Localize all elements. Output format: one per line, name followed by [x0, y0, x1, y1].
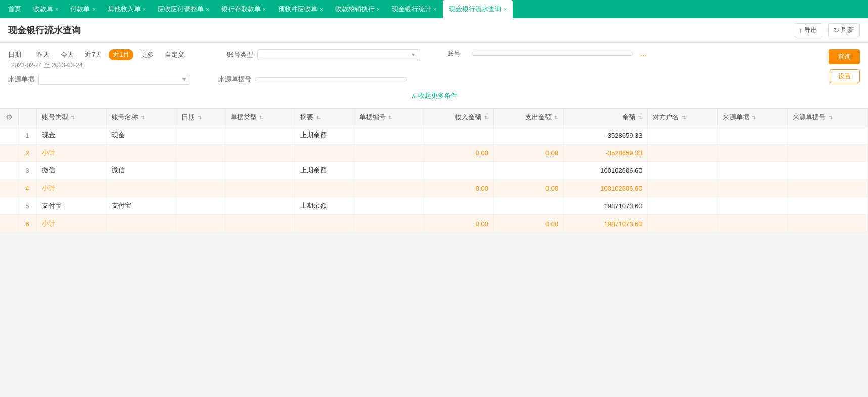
chevron-down-icon: ▾: [412, 51, 415, 58]
close-icon[interactable]: ×: [143, 6, 146, 12]
col-source-doc-no[interactable]: 来源单据号 ⇅: [787, 109, 867, 126]
source-doc-select[interactable]: ▾: [38, 74, 190, 85]
close-icon[interactable]: ×: [55, 6, 58, 12]
export-button[interactable]: ↑ 导出: [794, 23, 824, 37]
cell-gear: [0, 144, 18, 162]
refresh-icon: ↻: [834, 27, 839, 34]
cell-summary: 上期余额: [295, 126, 354, 144]
cell-expense: 0.00: [494, 144, 564, 162]
nav-write-off[interactable]: 收款核销执行 ×: [329, 0, 386, 18]
col-doc-no[interactable]: 单据编号 ⇅: [354, 109, 424, 126]
cell-source-doc-no: [787, 180, 867, 197]
col-doc-type[interactable]: 单据类型 ⇅: [225, 109, 295, 126]
cell-expense: [494, 197, 564, 215]
cell-num: 2: [18, 144, 36, 162]
date-opt-1month[interactable]: 近1月: [109, 49, 133, 60]
data-table-wrap: ⚙ 账号类型 ⇅ 账号名称 ⇅ 日期 ⇅ 单据类型 ⇅: [0, 109, 868, 233]
close-icon[interactable]: ×: [377, 6, 380, 12]
col-account-type[interactable]: 账号类型 ⇅: [36, 109, 106, 126]
cell-counterparty: [648, 144, 717, 162]
nav-bank-flow[interactable]: 现金银行流水查询 ×: [443, 0, 513, 18]
col-expense[interactable]: 支出金额 ⇅: [494, 109, 564, 126]
col-source-doc[interactable]: 来源单据 ⇅: [717, 109, 787, 126]
date-opt-more[interactable]: 更多: [136, 49, 158, 60]
close-icon[interactable]: ×: [433, 6, 436, 12]
export-icon: ↑: [799, 27, 803, 34]
col-counterparty[interactable]: 对方户名 ⇅: [648, 109, 717, 126]
nav-bank-deposit[interactable]: 银行存取款单 ×: [215, 0, 272, 18]
col-balance[interactable]: 余额 ⇅: [564, 109, 648, 126]
date-opt-yesterday[interactable]: 昨天: [32, 49, 54, 60]
cell-doc-no: [354, 180, 424, 197]
col-date[interactable]: 日期 ⇅: [176, 109, 225, 126]
date-label: 日期: [8, 50, 28, 59]
cell-doc-type: [225, 144, 295, 162]
cell-source-doc-no: [787, 215, 867, 233]
date-options: 昨天 今天 近7天 近1月 更多 自定义: [32, 49, 189, 60]
header-actions: ↑ 导出 ↻ 刷新: [794, 23, 860, 37]
cell-account-name: [106, 180, 176, 197]
collapse-bar[interactable]: ∧ 收起更多条件: [8, 89, 860, 102]
nav-other-income[interactable]: 其他收入单 ×: [102, 0, 152, 18]
refresh-button[interactable]: ↻ 刷新: [828, 23, 860, 37]
nav-bank-stats[interactable]: 现金银行统计 ×: [386, 0, 442, 18]
filter-area: 日期 昨天 今天 近7天 近1月 更多 自定义 2023-02-24 至 202…: [0, 43, 868, 109]
account-label: 账号: [447, 49, 468, 58]
cell-account-type: 支付宝: [36, 197, 106, 215]
cell-income: 0.00: [424, 144, 493, 162]
chevron-down-icon2: ▾: [182, 76, 186, 83]
cell-num: 6: [18, 215, 36, 233]
table-row: 4小计0.000.00100102606.60: [0, 180, 868, 197]
cell-balance: 19871073.60: [564, 197, 648, 215]
date-opt-7days[interactable]: 近7天: [81, 49, 106, 60]
cell-gear: [0, 197, 18, 215]
cell-source-doc-no: [787, 144, 867, 162]
table-row: 3微信微信上期余额100102606.60: [0, 162, 868, 180]
col-income[interactable]: 收入金额 ⇅: [424, 109, 493, 126]
col-summary[interactable]: 摘要 ⇅: [295, 109, 354, 126]
source-doc-no-input[interactable]: [255, 77, 407, 81]
cell-num: 5: [18, 197, 36, 215]
cell-income: 0.00: [424, 180, 493, 197]
sort-icon: ⇅: [71, 115, 75, 120]
gear-icon[interactable]: ⚙: [5, 113, 13, 122]
table-row: 2小计0.000.00-3528659.33: [0, 144, 868, 162]
cell-balance: 100102606.60: [564, 162, 648, 180]
date-opt-today[interactable]: 今天: [57, 49, 78, 60]
query-button[interactable]: 查询: [829, 49, 860, 64]
nav-advance[interactable]: 预收冲应收单 ×: [272, 0, 329, 18]
sort-icon: ⇅: [198, 115, 202, 120]
cell-gear: [0, 215, 18, 233]
cell-source-doc-no: [787, 197, 867, 215]
cell-counterparty: [648, 126, 717, 144]
nav-payment[interactable]: 付款单 ×: [64, 0, 101, 18]
account-type-label: 账号类型: [227, 50, 253, 59]
table-header-row: ⚙ 账号类型 ⇅ 账号名称 ⇅ 日期 ⇅ 单据类型 ⇅: [0, 109, 868, 126]
cell-doc-no: [354, 197, 424, 215]
nav-home[interactable]: 首页: [2, 0, 27, 18]
source-doc-label: 来源单据: [8, 75, 34, 84]
cell-gear: [0, 180, 18, 197]
col-account-name[interactable]: 账号名称 ⇅: [106, 109, 176, 126]
cell-income: 0.00: [424, 215, 493, 233]
account-input[interactable]: [472, 52, 633, 56]
nav-adjustment[interactable]: 应收应付调整单 ×: [152, 0, 215, 18]
account-type-select[interactable]: ▾: [257, 49, 419, 60]
nav-receipt[interactable]: 收款单 ×: [27, 0, 64, 18]
cell-source-doc: [717, 144, 787, 162]
close-icon[interactable]: ×: [92, 6, 95, 12]
close-icon[interactable]: ×: [504, 6, 507, 12]
date-opt-custom[interactable]: 自定义: [161, 49, 189, 60]
cell-doc-no: [354, 215, 424, 233]
sort-icon: ⇅: [484, 115, 488, 120]
cell-source-doc: [717, 197, 787, 215]
settings-button[interactable]: 设置: [830, 69, 860, 83]
cell-doc-no: [354, 162, 424, 180]
close-icon[interactable]: ×: [206, 6, 209, 12]
close-icon[interactable]: ×: [263, 6, 266, 12]
close-icon[interactable]: ×: [319, 6, 323, 12]
cell-date: [176, 197, 225, 215]
sort-icon: ⇅: [682, 115, 686, 120]
cell-doc-no: [354, 144, 424, 162]
account-more-icon[interactable]: ...: [639, 49, 646, 58]
